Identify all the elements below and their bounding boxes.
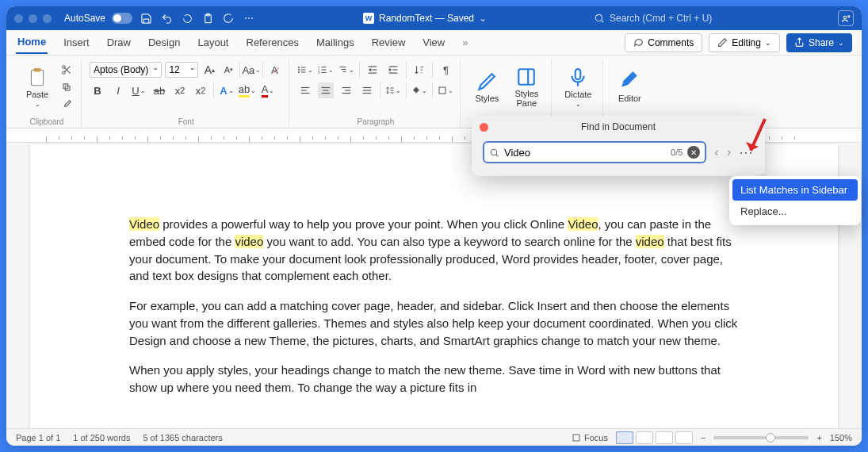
highlight-run[interactable]: video (235, 235, 263, 248)
zoom-level[interactable]: 150% (830, 433, 852, 442)
paste-button[interactable]: Paste ⌄ (19, 61, 55, 113)
find-options-button[interactable]: ⋯ (739, 144, 754, 161)
tab-view[interactable]: View (421, 32, 446, 53)
cut-button[interactable] (59, 63, 75, 77)
tab-references[interactable]: References (245, 32, 300, 53)
undo-icon[interactable] (159, 11, 174, 25)
text-effects-button[interactable]: A⌄ (219, 82, 235, 98)
close-find-button[interactable] (480, 123, 488, 132)
numbering-button[interactable]: 123⌄ (318, 62, 334, 78)
indent-inc-button[interactable] (385, 62, 401, 78)
sync-icon[interactable] (221, 11, 235, 25)
find-next-button[interactable]: › (727, 145, 731, 159)
format-painter-button[interactable] (59, 98, 75, 112)
maximize-window-button[interactable] (43, 14, 52, 23)
styles-pane-button[interactable]: Styles Pane (508, 61, 545, 113)
close-window-button[interactable] (14, 14, 23, 23)
svg-point-17 (298, 69, 300, 71)
status-chars[interactable]: 5 of 1365 characters (143, 433, 222, 442)
align-center-button[interactable] (318, 82, 334, 98)
zoom-out-button[interactable]: − (701, 433, 705, 442)
tab-mailings[interactable]: Mailings (315, 32, 356, 53)
menu-replace[interactable]: Replace... (732, 201, 858, 222)
underline-button[interactable]: U⌄ (131, 82, 147, 98)
justify-button[interactable] (359, 82, 375, 98)
show-marks-button[interactable]: ¶ (438, 62, 453, 78)
shading-button[interactable]: ⌄ (411, 82, 427, 98)
minimize-window-button[interactable] (29, 14, 37, 23)
align-right-icon (341, 85, 352, 96)
borders-button[interactable]: ⌄ (438, 82, 453, 98)
editor-button[interactable]: Editor (611, 61, 648, 113)
view-print-layout[interactable] (616, 431, 633, 444)
align-right-button[interactable] (338, 82, 354, 98)
zoom-in-button[interactable]: + (816, 433, 821, 442)
align-left-button[interactable] (297, 82, 313, 98)
clear-format-button[interactable]: A⟋ (266, 62, 282, 78)
view-web-layout[interactable] (636, 431, 653, 444)
menu-list-matches[interactable]: List Matches in Sidebar (732, 179, 858, 201)
sort-button[interactable] (411, 62, 427, 78)
document-page[interactable]: Video provides a powerful way to help yo… (30, 144, 838, 428)
text-run[interactable]: For example, you can add a matching cove… (129, 299, 737, 347)
editing-button[interactable]: Editing ⌄ (709, 33, 780, 52)
comments-button[interactable]: Comments (625, 33, 702, 52)
strike-button[interactable]: ab (151, 82, 167, 98)
grow-font-button[interactable]: A▴ (201, 62, 217, 78)
status-words[interactable]: 1 of 250 words (73, 433, 130, 442)
font-family-select[interactable]: Aptos (Body) ⌄ (90, 62, 162, 78)
ribbon-tabs: Home Insert Draw Design Layout Reference… (6, 30, 862, 56)
share-button[interactable]: Share ⌄ (786, 33, 852, 52)
copy-button[interactable] (59, 80, 75, 94)
multilevel-button[interactable]: ⌄ (338, 62, 354, 78)
tab-overflow[interactable]: » (461, 32, 469, 53)
highlight-run[interactable]: Video (568, 217, 598, 231)
tab-review[interactable]: Review (370, 32, 407, 53)
chevron-down-icon: ⌄ (765, 39, 771, 47)
paragraph[interactable]: For example, you can add a matching cove… (129, 297, 739, 349)
bullets-button[interactable]: ⌄ (297, 62, 313, 78)
text-run[interactable]: When you apply styles, your headings cha… (129, 363, 721, 394)
styles-icon (476, 71, 497, 92)
font-color-button[interactable]: A⌄ (260, 82, 276, 98)
tab-draw[interactable]: Draw (105, 32, 132, 53)
focus-button[interactable]: Focus (572, 433, 608, 442)
clear-find-button[interactable]: ✕ (687, 146, 700, 159)
subscript-button[interactable]: x2 (172, 82, 188, 98)
tab-layout[interactable]: Layout (196, 32, 230, 53)
highlight-button[interactable]: ab⌄ (239, 82, 255, 98)
paragraph[interactable]: Video provides a powerful way to help yo… (129, 216, 739, 285)
tab-insert[interactable]: Insert (62, 32, 91, 53)
search-area[interactable]: Search (Cmd + Ctrl + U) (594, 13, 832, 24)
tab-home[interactable]: Home (16, 31, 48, 54)
paste-icon[interactable] (201, 11, 215, 25)
zoom-slider[interactable] (713, 436, 809, 439)
italic-button[interactable]: I (110, 82, 126, 98)
paragraph[interactable]: When you apply styles, your headings cha… (129, 362, 739, 396)
line-spacing-button[interactable]: ⌄ (385, 82, 401, 98)
highlight-run[interactable]: Video (129, 217, 159, 231)
qat-overflow-icon[interactable]: ⋯ (242, 11, 256, 25)
view-outline[interactable] (656, 431, 673, 444)
font-size-select[interactable]: 12 ⌄ (165, 62, 198, 78)
bold-button[interactable]: B (90, 82, 105, 98)
highlight-run[interactable]: video (636, 235, 664, 248)
share-avatar[interactable] (838, 10, 854, 26)
status-page[interactable]: Page 1 of 1 (16, 433, 60, 442)
chevron-down-icon[interactable]: ⌄ (479, 13, 487, 24)
superscript-button[interactable]: x2 (193, 82, 208, 98)
find-prev-button[interactable]: ‹ (714, 145, 718, 159)
find-input[interactable] (504, 147, 666, 159)
view-draft[interactable] (675, 431, 693, 444)
shrink-font-button[interactable]: A▾ (220, 62, 236, 78)
autosave-toggle[interactable] (112, 13, 132, 24)
save-icon[interactable] (139, 11, 153, 25)
dictate-button[interactable]: Dictate ⌄ (560, 61, 596, 113)
redo-icon[interactable] (180, 11, 194, 25)
styles-button[interactable]: Styles (468, 61, 505, 113)
tab-design[interactable]: Design (147, 32, 182, 53)
text-run[interactable]: provides a powerful way to help you prov… (159, 217, 568, 231)
text-run[interactable]: you want to add. You can also type a key… (263, 235, 635, 248)
change-case-button[interactable]: Aa⌄ (243, 62, 259, 78)
indent-dec-button[interactable] (365, 62, 380, 78)
